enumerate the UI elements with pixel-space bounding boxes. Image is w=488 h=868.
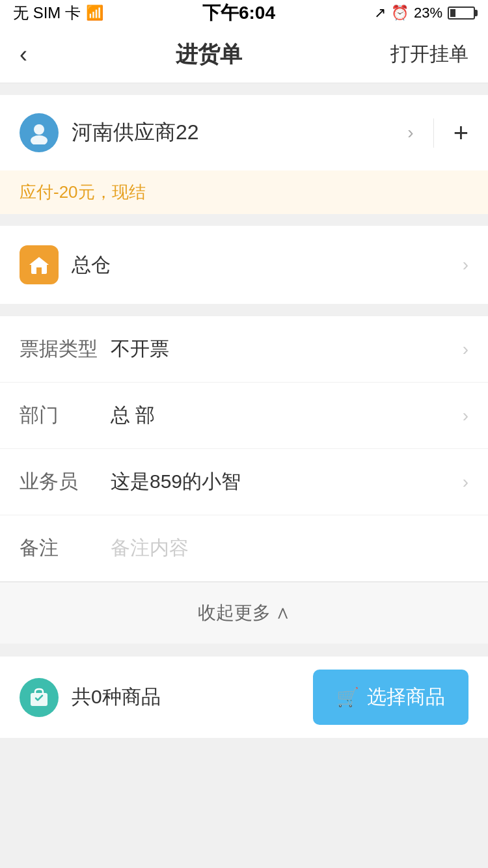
status-right: ↗ ⏰ 23% (374, 5, 475, 21)
warehouse-chevron-icon: › (463, 254, 468, 275)
open-pending-button[interactable]: 打开挂单 (390, 41, 468, 68)
status-bar: 无 SIM 卡 📶 下午6:04 ↗ ⏰ 23% (0, 0, 488, 26)
battery-icon (448, 7, 475, 20)
fields-section: 票据类型 不开票 › 部门 总 部 › 业务员 这是859的小智 › 备注 备注… (0, 316, 488, 644)
remark-input[interactable]: 备注内容 (111, 535, 468, 562)
svg-rect-4 (36, 267, 42, 274)
battery-text: 23% (414, 5, 442, 21)
status-left: 无 SIM 卡 📶 (13, 3, 103, 23)
section-gap-4 (0, 644, 488, 655)
supplier-row[interactable]: 河南供应商22 › + (0, 95, 488, 170)
warehouse-name: 总仓 (72, 252, 463, 278)
supplier-section: 河南供应商22 › + 应付-20元，现结 (0, 95, 488, 214)
cart-icon: 🛒 (336, 686, 359, 708)
invoice-value: 不开票 (111, 336, 463, 362)
notice-bar: 应付-20元，现结 (0, 170, 488, 214)
warehouse-icon (20, 245, 59, 284)
select-btn-label: 选择商品 (367, 684, 445, 711)
dept-chevron-icon: › (463, 405, 468, 426)
svg-point-0 (34, 124, 44, 135)
supplier-name: 河南供应商22 (72, 118, 407, 147)
location-icon: ↗ (374, 5, 386, 21)
svg-marker-3 (29, 257, 49, 265)
alarm-icon: ⏰ (391, 5, 409, 21)
supplier-avatar (20, 113, 59, 152)
page-title: 进货单 (176, 40, 242, 70)
bottom-bar: 共0种商品 🛒 选择商品 (0, 657, 488, 738)
warehouse-section: 总仓 › (0, 226, 488, 305)
invoice-row[interactable]: 票据类型 不开票 › (0, 316, 488, 383)
select-product-button[interactable]: 🛒 选择商品 (313, 670, 468, 725)
warehouse-row[interactable]: 总仓 › (0, 226, 488, 305)
status-time: 下午6:04 (202, 1, 275, 25)
back-button[interactable]: ‹ (20, 41, 27, 68)
remark-row[interactable]: 备注 备注内容 (0, 515, 488, 582)
salesman-value: 这是859的小智 (111, 468, 463, 495)
section-gap-2 (0, 214, 488, 226)
dept-value: 总 部 (111, 402, 463, 429)
dept-label: 部门 (20, 402, 98, 429)
nav-bar: ‹ 进货单 打开挂单 (0, 26, 488, 83)
add-button[interactable]: + (433, 118, 468, 148)
salesman-row[interactable]: 业务员 这是859的小智 › (0, 449, 488, 515)
product-icon (20, 678, 59, 717)
dept-row[interactable]: 部门 总 部 › (0, 383, 488, 449)
invoice-chevron-icon: › (463, 339, 468, 360)
notice-text: 应付-20元，现结 (20, 182, 146, 202)
svg-point-1 (31, 135, 47, 144)
supplier-chevron-icon: › (407, 122, 413, 143)
wifi-icon: 📶 (86, 5, 103, 21)
remark-label: 备注 (20, 535, 98, 562)
product-count: 共0种商品 (72, 684, 313, 711)
invoice-label: 票据类型 (20, 336, 98, 362)
section-gap-1 (0, 83, 488, 95)
collapse-button[interactable]: 收起更多 ∧ (0, 582, 488, 644)
section-gap-3 (0, 305, 488, 316)
salesman-label: 业务员 (20, 468, 98, 495)
carrier-text: 无 SIM 卡 (13, 3, 81, 23)
salesman-chevron-icon: › (463, 472, 468, 493)
